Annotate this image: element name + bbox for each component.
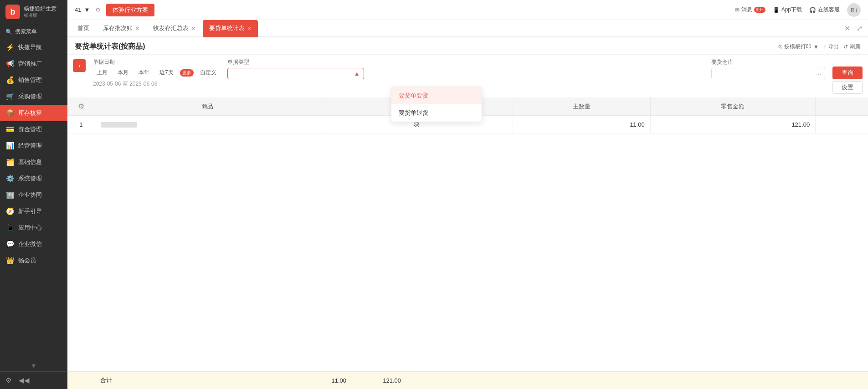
date-this-year[interactable]: 本年 bbox=[135, 68, 153, 77]
purchase-icon: 🛒 bbox=[5, 92, 15, 101]
close-all-tabs-icon[interactable]: ✕ bbox=[842, 22, 852, 35]
sidebar-bottom: ⚙ ◀◀ bbox=[0, 371, 67, 389]
tab-order-stats[interactable]: 要货单统计表 ✕ bbox=[203, 20, 258, 37]
tab-recv-summary-label: 收发存汇总表 bbox=[153, 24, 189, 32]
date-7days[interactable]: 近7天 bbox=[156, 68, 177, 77]
sidebar-item-label: 系统管理 bbox=[18, 174, 42, 183]
type-filter-group: 单据类型 ▲ bbox=[227, 58, 364, 79]
sidebar-item-label: 企业协同 bbox=[18, 191, 42, 199]
refresh-icon: ↺ bbox=[843, 44, 848, 50]
print-icon: 🖨 bbox=[777, 44, 782, 50]
row-extra bbox=[816, 116, 868, 133]
col-amount: 零售金额 bbox=[650, 97, 815, 116]
query-button[interactable]: 查询 bbox=[832, 67, 863, 79]
company-dropdown-icon: ▼ bbox=[84, 6, 90, 13]
date-last-month[interactable]: 上月 bbox=[93, 68, 111, 77]
col-index: ⚙ bbox=[67, 97, 95, 116]
sidebar-item-enterprise[interactable]: 🏢 企业协同 bbox=[0, 187, 67, 203]
marketing-icon: 📢 bbox=[5, 60, 15, 68]
sales-icon: 💰 bbox=[5, 76, 15, 84]
sidebar-item-label: 资金管理 bbox=[18, 125, 42, 133]
sidebar-search[interactable]: 🔍 搜索菜单 bbox=[0, 24, 67, 39]
settings-bottom-icon[interactable]: ⚙ bbox=[5, 376, 11, 384]
footer-amount: 121.00 bbox=[355, 377, 401, 384]
app-label: App下载 bbox=[781, 6, 802, 14]
sidebar-item-label: 畅会员 bbox=[18, 256, 36, 265]
date-filter-label: 单据日期 bbox=[93, 58, 220, 66]
tab-home[interactable]: 首页 bbox=[71, 20, 96, 37]
settings-button[interactable]: 设置 bbox=[832, 81, 863, 94]
tab-inventory-batch-label: 库存批次账 bbox=[103, 24, 133, 32]
trial-button[interactable]: 体验行业方案 bbox=[106, 4, 154, 16]
date-custom[interactable]: 自定义 bbox=[196, 68, 220, 77]
gear-settings-icon[interactable]: ⚙ bbox=[78, 102, 84, 110]
message-icon: ✉ bbox=[735, 7, 740, 13]
date-more-badge[interactable]: 更多 bbox=[180, 69, 194, 77]
sidebar-item-label: 应用中心 bbox=[18, 224, 42, 232]
sidebar-item-member[interactable]: 👑 畅会员 bbox=[0, 252, 67, 269]
refresh-button[interactable]: ↺ 刷新 bbox=[843, 43, 861, 51]
sidebar-item-system[interactable]: ⚙️ 系统管理 bbox=[0, 170, 67, 187]
tab-inventory-batch-close[interactable]: ✕ bbox=[135, 26, 139, 31]
sidebar-scroll-down[interactable]: ▼ bbox=[0, 360, 67, 371]
headset-icon: 🎧 bbox=[809, 7, 816, 13]
product-placeholder bbox=[101, 122, 137, 128]
filter-expand-button[interactable]: › bbox=[73, 59, 86, 72]
enterprise-icon: 🏢 bbox=[5, 191, 15, 199]
export-button[interactable]: ↑ 导出 bbox=[823, 43, 839, 51]
app-download-btn[interactable]: 📱 App下载 bbox=[773, 6, 802, 14]
sidebar-item-inventory[interactable]: 📦 库存核算 bbox=[0, 105, 67, 121]
tab-recv-summary-close[interactable]: ✕ bbox=[191, 26, 195, 31]
warehouse-filter-input[interactable]: ··· bbox=[711, 68, 825, 79]
sidebar-item-appcenter[interactable]: 📱 应用中心 bbox=[0, 220, 67, 236]
sidebar-item-purchase[interactable]: 🛒 采购管理 bbox=[0, 88, 67, 105]
type-dropdown-up-icon: ▲ bbox=[354, 70, 360, 77]
date-filter-group: 单据日期 上月 本月 本年 近7天 更多 自定义 2023-05-06 至 20… bbox=[93, 58, 220, 88]
quick-nav-icon: ⚡ bbox=[5, 43, 15, 51]
sidebar-item-wechat[interactable]: 💬 企业微信 bbox=[0, 236, 67, 252]
search-icon: 🔍 bbox=[5, 29, 12, 35]
date-this-month[interactable]: 本月 bbox=[114, 68, 132, 77]
print-button[interactable]: 🖨 按模板打印 ▼ bbox=[777, 43, 819, 51]
page-header: 要货单统计表(按商品) 🖨 按模板打印 ▼ ↑ 导出 ↺ 刷新 bbox=[67, 37, 868, 54]
topbar-gear-icon[interactable]: ⚙ bbox=[95, 6, 101, 13]
sidebar-item-sales[interactable]: 💰 销售管理 bbox=[0, 72, 67, 88]
warehouse-more-icon[interactable]: ··· bbox=[816, 70, 821, 77]
basic-icon: 🗂️ bbox=[5, 158, 15, 166]
sidebar-item-finance[interactable]: 💳 资金管理 bbox=[0, 121, 67, 138]
type-filter-input[interactable]: ▲ bbox=[227, 68, 364, 79]
dropdown-item-order-return[interactable]: 要货单退货 bbox=[391, 104, 482, 122]
dropdown-item-order-purchase[interactable]: 要货单要货 bbox=[391, 87, 482, 104]
app-sub: 标准版 bbox=[24, 12, 56, 19]
sidebar-item-label: 库存核算 bbox=[18, 109, 42, 117]
tab-order-stats-close[interactable]: ✕ bbox=[247, 26, 252, 31]
company-num: 41 bbox=[75, 6, 81, 13]
tabs-bar: 首页 库存批次账 ✕ 收发存汇总表 ✕ 要货单统计表 ✕ ✕ ⤢ bbox=[67, 20, 868, 37]
user-avatar[interactable]: Rit bbox=[847, 3, 861, 17]
warehouse-filter-label: 要货仓库 bbox=[711, 58, 825, 66]
tab-recv-summary[interactable]: 收发存汇总表 ✕ bbox=[147, 20, 202, 37]
search-label: 搜索菜单 bbox=[15, 28, 37, 36]
sidebar-item-newguide[interactable]: 🧭 新手引导 bbox=[0, 203, 67, 220]
system-icon: ⚙️ bbox=[5, 174, 15, 183]
sidebar-item-label: 企业微信 bbox=[18, 240, 42, 248]
company-selector[interactable]: 41 ▼ bbox=[75, 6, 90, 13]
sidebar-item-operations[interactable]: 📊 经营管理 bbox=[0, 138, 67, 154]
filter-buttons: 查询 设置 bbox=[832, 58, 863, 94]
expand-tab-icon[interactable]: ⤢ bbox=[855, 22, 864, 35]
sidebar-item-label: 快捷导航 bbox=[18, 43, 42, 51]
messages-btn[interactable]: ✉ 消息 99+ bbox=[735, 6, 765, 14]
online-service-btn[interactable]: 🎧 在线客服 bbox=[809, 6, 840, 14]
sidebar: b 畅捷通好生意 标准版 🔍 搜索菜单 ⚡ 快捷导航 📢 营销推广 💰 销售管理… bbox=[0, 0, 67, 389]
collapse-icon[interactable]: ◀◀ bbox=[19, 376, 30, 384]
sidebar-item-label: 销售管理 bbox=[18, 76, 42, 84]
phone-icon: 📱 bbox=[773, 7, 780, 13]
sidebar-item-quick-nav[interactable]: ⚡ 快捷导航 bbox=[0, 39, 67, 56]
topbar-right: ✉ 消息 99+ 📱 App下载 🎧 在线客服 Rit bbox=[735, 3, 861, 17]
sidebar-item-basic[interactable]: 🗂️ 基础信息 bbox=[0, 154, 67, 170]
sidebar-item-marketing[interactable]: 📢 营销推广 bbox=[0, 56, 67, 72]
tab-inventory-batch[interactable]: 库存批次账 ✕ bbox=[97, 20, 146, 37]
sidebar-item-label: 营销推广 bbox=[18, 60, 42, 68]
page-content: 要货单统计表(按商品) 🖨 按模板打印 ▼ ↑ 导出 ↺ 刷新 › bbox=[67, 37, 868, 389]
export-icon: ↑ bbox=[823, 44, 826, 50]
